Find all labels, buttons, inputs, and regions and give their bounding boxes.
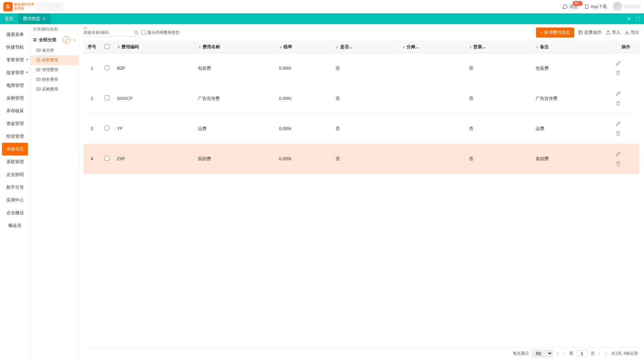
th-isflag[interactable]: ▲▼是否... — [332, 41, 399, 53]
search-icon[interactable] — [134, 30, 139, 35]
chat-icon — [562, 4, 568, 9]
th-alloc[interactable]: ▲▼分摊... — [399, 41, 466, 53]
table-search — [84, 29, 137, 37]
tab-close-icon[interactable]: ✕ — [42, 16, 46, 21]
th-checkbox[interactable] — [100, 41, 114, 53]
sidebar-item[interactable]: 畅会员 — [0, 219, 30, 232]
sort-icon[interactable]: ▲▼ — [469, 46, 472, 49]
sort-icon[interactable]: ▲▼ — [117, 46, 120, 49]
delete-icon[interactable] — [616, 161, 636, 166]
tab-fee-type[interactable]: 费用类型 ✕ — [18, 13, 50, 24]
category-edit-button[interactable] — [63, 36, 70, 44]
sidebar-item[interactable]: 企业微信 — [0, 206, 30, 219]
tab-home[interactable]: 首页 — [0, 13, 18, 24]
page-prefix: 第 — [569, 351, 573, 356]
tab-fee-type-label: 费用类型 — [23, 16, 40, 22]
th-ops: 操作 — [612, 41, 639, 53]
th-rate[interactable]: ▲▼税率 — [276, 41, 332, 53]
export-label: 导出 — [631, 29, 639, 36]
sort-icon[interactable]: ▲▼ — [198, 46, 201, 49]
sidebar-item[interactable]: 企业协同 — [0, 168, 30, 181]
row-checkbox[interactable] — [105, 96, 109, 100]
category-item[interactable]: 20 采购费用 — [30, 84, 78, 94]
page-first-icon[interactable]: |‹ — [556, 351, 560, 356]
sidebar-item[interactable]: 搜索菜单 — [0, 28, 30, 41]
app-download-button[interactable]: App下载 — [584, 4, 607, 10]
company-selector[interactable]: ﹀ — [37, 2, 63, 11]
fullscreen-icon[interactable] — [636, 16, 641, 21]
cell-checkbox — [100, 114, 114, 144]
table-row[interactable]: 1BZF包装费0.00%否否包装费 — [84, 53, 639, 83]
page-prev-icon[interactable]: ‹ — [563, 351, 566, 356]
cell-code: GGXCF — [114, 83, 195, 114]
cell-rate: 0.00% — [276, 114, 332, 144]
row-checkbox[interactable] — [105, 156, 109, 161]
avatar — [613, 2, 623, 11]
row-checkbox[interactable] — [105, 65, 109, 70]
row-checkbox[interactable] — [105, 126, 109, 130]
edit-icon[interactable] — [616, 121, 636, 126]
category-item[interactable]: 03 财务费用 — [30, 75, 78, 84]
sidebar-item[interactable]: 库存核算 — [0, 105, 30, 117]
sidebar-item[interactable]: 电商管理 — [0, 79, 30, 92]
sidebar-item[interactable]: 资金管理 — [0, 117, 30, 130]
import-label: 导入 — [612, 29, 621, 36]
th-code[interactable]: ▲▼费用编码 — [114, 41, 195, 53]
per-page-select[interactable]: 50 — [532, 350, 553, 357]
import-button[interactable]: 导入 — [606, 29, 621, 36]
user-menu[interactable] — [613, 2, 641, 11]
delete-icon[interactable] — [616, 131, 636, 136]
category-search-input[interactable] — [33, 27, 83, 32]
sidebar-item[interactable]: 基础信息 — [2, 143, 28, 156]
th-remark[interactable]: ▲▼备注 — [532, 41, 612, 53]
sort-icon[interactable]: ▲▼ — [402, 46, 406, 49]
show-disabled-input[interactable] — [141, 30, 146, 35]
svg-rect-0 — [585, 5, 588, 9]
page-last-icon[interactable]: ›| — [604, 351, 608, 356]
edit-icon[interactable] — [616, 152, 636, 156]
sidebar-item[interactable]: 系统管理 — [0, 156, 30, 168]
sort-icon[interactable]: ▲▼ — [536, 46, 539, 49]
page-input[interactable] — [577, 350, 587, 357]
th-name[interactable]: ▲▼费用名称 — [195, 41, 275, 53]
category-all-label[interactable]: 全部分类 — [39, 37, 61, 43]
close-icon[interactable] — [627, 16, 631, 21]
sidebar-item[interactable]: 新手引导 — [0, 181, 30, 194]
sort-icon[interactable]: ▲▼ — [336, 46, 339, 49]
sidebar-item[interactable]: 零售管理▾ — [0, 54, 30, 66]
cell-index: 2 — [84, 83, 100, 114]
messages-button[interactable]: 消息 99 + — [562, 4, 578, 10]
collapse-panel-icon[interactable]: « — [73, 38, 76, 42]
cell-checkbox — [100, 144, 114, 174]
sidebar-item[interactable]: 经营管理 — [0, 130, 30, 143]
table-row[interactable]: 4ZXF装卸费0.00%否否装卸费 — [84, 144, 639, 174]
cell-remark: 运费 — [532, 114, 612, 144]
sidebar-item[interactable]: 采购管理 — [0, 92, 30, 105]
sidebar-item[interactable]: 快捷导航 — [0, 41, 30, 54]
category-item[interactable]: 01 销售费用 — [30, 55, 78, 65]
sidebar-item[interactable]: 批发管理▾ — [0, 66, 30, 79]
sidebar-item[interactable]: 应用中心 — [0, 194, 30, 206]
category-item[interactable]: 02 管理费用 — [30, 65, 78, 75]
table-search-input[interactable] — [84, 29, 134, 36]
category-item[interactable]: 00 未分类 — [30, 46, 78, 55]
delete-icon[interactable] — [616, 71, 636, 75]
show-disabled-checkbox[interactable]: 显示停用费用类型 — [141, 30, 179, 36]
chevron-down-icon: ﹀ — [54, 4, 59, 10]
th-index[interactable]: 序号 — [84, 41, 100, 53]
select-all-checkbox[interactable] — [105, 44, 109, 49]
page-next-icon[interactable]: › — [598, 351, 601, 356]
delete-icon[interactable] — [616, 101, 636, 106]
edit-icon[interactable] — [616, 91, 636, 96]
table-row[interactable]: 3YF运费0.00%否否运费 — [84, 114, 639, 144]
new-fee-type-button[interactable]: + 新增费用类型 — [536, 27, 574, 38]
table-row[interactable]: 2GGXCF广告宣传费0.00%否否广告宣传费 — [84, 83, 639, 114]
edit-icon[interactable] — [616, 61, 636, 66]
cell-index: 1 — [84, 53, 100, 83]
tabs-bar-right — [627, 16, 644, 21]
batch-ops-button[interactable]: 批量操作 — [578, 29, 602, 36]
th-ticket[interactable]: ▲▼普票... — [466, 41, 532, 53]
sort-icon[interactable]: ▲▼ — [279, 46, 282, 49]
cell-isflag: 否 — [332, 114, 399, 144]
export-button[interactable]: 导出 — [625, 29, 639, 36]
